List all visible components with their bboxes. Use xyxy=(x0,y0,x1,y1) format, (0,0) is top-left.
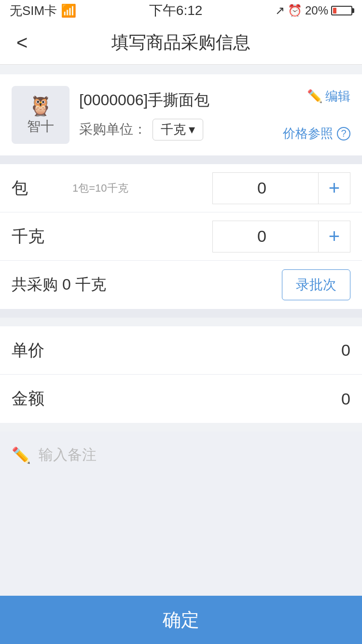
bag-sublabel: 1包=10千克 xyxy=(72,181,128,196)
price-ref-label: 价格参照 xyxy=(283,125,333,142)
bag-number-input[interactable] xyxy=(212,172,319,204)
owl-icon: 🦉 xyxy=(27,95,54,117)
back-button[interactable]: < xyxy=(12,27,32,58)
status-left: 无SIM卡 📶 xyxy=(10,2,76,19)
edit-button[interactable]: ✏️ 编辑 xyxy=(307,88,350,105)
location-icon: ↗ xyxy=(275,4,285,17)
input-section: 包 1包=10千克 + 千克 + 共采购 0 千克 录批次 xyxy=(0,164,362,309)
confirm-button[interactable]: 确定 xyxy=(0,596,362,644)
kg-input-row: 千克 + xyxy=(0,212,362,261)
unit-price-value: 0 xyxy=(341,341,350,360)
unit-select[interactable]: 千克 ▾ xyxy=(153,119,203,140)
kg-number-input[interactable] xyxy=(212,221,319,252)
alarm-icon: ⏰ xyxy=(288,4,302,17)
status-right: ↗ ⏰ 20% xyxy=(275,4,352,17)
pencil-icon: ✏️ xyxy=(12,446,31,464)
status-bar: 无SIM卡 📶 下午6:12 ↗ ⏰ 20% xyxy=(0,0,362,21)
product-thumbnail: 🦉 智十 xyxy=(12,86,70,144)
amount-label: 金额 xyxy=(12,388,44,410)
bag-input-control: + xyxy=(212,172,350,204)
battery-indicator xyxy=(331,6,352,15)
batch-button[interactable]: 录批次 xyxy=(282,269,350,300)
amount-row: 金额 0 xyxy=(0,375,362,423)
summary-prefix: 共采购 xyxy=(12,276,58,293)
status-time: 下午6:12 xyxy=(149,1,203,20)
help-icon: ? xyxy=(337,127,350,140)
thumb-inner: 🦉 智十 xyxy=(27,95,54,136)
kg-plus-button[interactable]: + xyxy=(319,221,350,252)
summary-text: 共采购 0 千克 xyxy=(12,274,106,295)
dropdown-arrow: ▾ xyxy=(189,122,195,137)
summary-unit: 千克 xyxy=(75,276,106,293)
product-card: 🦉 智十 [0000006]手撕面包 采购单位： 千克 ▾ ✏️ 编辑 价格参照… xyxy=(0,74,362,155)
price-reference-button[interactable]: 价格参照 ? xyxy=(283,125,350,142)
remark-section[interactable]: ✏️ 输入备注 xyxy=(0,432,362,478)
nav-bar: < 填写商品采购信息 xyxy=(0,21,362,65)
divider-1 xyxy=(0,155,362,164)
bag-input-row: 包 1包=10千克 + xyxy=(0,164,362,212)
unit-price-label: 单价 xyxy=(12,339,44,362)
summary-amount: 0 xyxy=(62,276,71,293)
wifi-icon: 📶 xyxy=(61,3,76,18)
bag-label: 包 xyxy=(12,177,70,199)
detail-section: 单价 0 金额 0 xyxy=(0,326,362,423)
edit-icon: ✏️ xyxy=(307,89,322,104)
summary-row: 共采购 0 千克 录批次 xyxy=(0,261,362,309)
kg-label: 千克 xyxy=(12,225,70,248)
divider-2 xyxy=(0,309,362,318)
amount-value: 0 xyxy=(341,390,350,408)
battery-fill xyxy=(333,8,336,14)
unit-label: 采购单位： xyxy=(79,120,147,139)
edit-label: 编辑 xyxy=(325,88,350,105)
unit-price-row: 单价 0 xyxy=(0,326,362,375)
bag-plus-button[interactable]: + xyxy=(319,172,350,204)
remark-placeholder: 输入备注 xyxy=(39,445,97,465)
unit-value: 千克 xyxy=(161,121,186,138)
thumb-text: 智十 xyxy=(27,119,54,134)
page-title: 填写商品采购信息 xyxy=(111,31,251,55)
kg-input-control: + xyxy=(212,221,350,252)
carrier-text: 无SIM卡 xyxy=(10,2,57,19)
battery-pct: 20% xyxy=(305,4,328,17)
main-content: 🦉 智十 [0000006]手撕面包 采购单位： 千克 ▾ ✏️ 编辑 价格参照… xyxy=(0,74,362,644)
